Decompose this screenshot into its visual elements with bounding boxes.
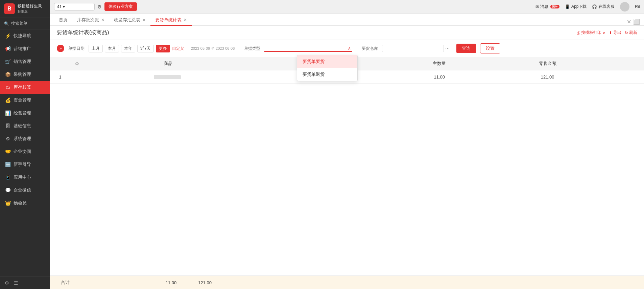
type-dropdown-menu: 要货单要货 要货单退货 [297, 55, 358, 81]
warehouse-more-icon[interactable]: ··· [445, 45, 450, 51]
minimize-button[interactable]: ✕ [627, 19, 631, 25]
sidebar-item-finance[interactable]: 💰资金管理 [0, 94, 50, 107]
table-container: ⚙ 商品 主计量单位 主数量 零售金额 1 块 11.00 121.00 [50, 57, 644, 275]
user-name: Rit [635, 4, 640, 9]
user-avatar[interactable] [620, 2, 629, 12]
th-gear[interactable]: ⚙ [70, 57, 84, 70]
tab-home-label: 首页 [59, 17, 68, 23]
app-label: App下载 [571, 4, 587, 9]
total-sale-amount: 121.00 [188, 280, 222, 285]
sidebar-item-inventory[interactable]: 🗂库存核算 [0, 81, 50, 94]
header-left: 41 ▾ ⚙ 体验行业方案 [54, 2, 533, 11]
sidebar-item-system[interactable]: ⚙系统管理 [0, 132, 50, 145]
sidebar-icon-sales: 🛒 [5, 59, 11, 65]
sidebar-icon-quick-nav: ⚡ [5, 33, 11, 39]
tab-order-summary-close[interactable]: ✕ [184, 18, 187, 22]
sidebar-icon-purchase: 📦 [5, 71, 11, 77]
search-menu-label: 搜索菜单 [11, 21, 27, 26]
refresh-button[interactable]: ↻ 刷新 [625, 30, 637, 36]
tab-receive-summary-close[interactable]: ✕ [142, 18, 146, 22]
print-arrow-icon: ∨ [602, 30, 605, 35]
date-this-month-btn[interactable]: 本月 [105, 45, 119, 52]
sidebar-label-marketing: 营销推广 [14, 46, 31, 52]
date-custom-btn[interactable]: 自定义 [172, 46, 184, 51]
collapse-icon[interactable]: ☰ [14, 280, 18, 286]
export-label: 导出 [613, 30, 621, 36]
type-select-arrow-icon[interactable]: ∧ [348, 46, 351, 51]
refresh-icon: ↻ [625, 30, 628, 35]
trial-button[interactable]: 体验行业方案 [104, 2, 137, 11]
sidebar-label-vip: 畅会员 [14, 200, 27, 206]
refresh-label: 刷新 [629, 30, 637, 36]
warehouse-input[interactable] [382, 45, 444, 52]
sidebar-item-app-center[interactable]: 📱应用中心 [0, 171, 50, 184]
tab-order-summary[interactable]: 要货单统计表 ✕ [150, 15, 192, 26]
sidebar-icon-vip: 👑 [5, 200, 11, 206]
dropdown-item-order-goods[interactable]: 要货单要货 [297, 55, 357, 68]
print-icon: 🖨 [576, 30, 580, 35]
sidebar-item-guide[interactable]: 🆕新手引导 [0, 158, 50, 171]
sidebar-item-cooperation[interactable]: 🤝企业协同 [0, 145, 50, 158]
tab-inventory-batch-label: 库存批次账 [77, 17, 99, 23]
search-menu-item[interactable]: 🔍 搜索菜单 [0, 18, 50, 29]
sidebar-icon-system: ⚙ [5, 136, 11, 142]
th-main-qty: 主数量 [390, 57, 488, 70]
messages-button[interactable]: ✉ 消息 99+ [535, 4, 559, 9]
sidebar-item-quick-nav[interactable]: ⚡快捷导航 [0, 29, 50, 42]
settings-icon[interactable]: ⚙ [5, 280, 9, 286]
tab-inventory-batch-close[interactable]: ✕ [101, 18, 104, 22]
company-selector[interactable]: 41 ▾ [54, 3, 95, 10]
expand-icon: » [59, 46, 62, 51]
expand-filter-button[interactable]: » [57, 45, 64, 52]
tab-inventory-batch[interactable]: 库存批次账 ✕ [72, 15, 109, 26]
sidebar-item-wechat[interactable]: 💬企业微信 [0, 184, 50, 197]
total-main-qty: 11.00 [154, 280, 188, 285]
sidebar-label-purchase: 采购管理 [14, 71, 31, 77]
header-right: ✉ 消息 99+ 📱 App下载 🎧 在线客服 Rit [535, 2, 640, 12]
sidebar-label-finance: 资金管理 [14, 97, 31, 103]
settings-button[interactable]: ⚙ [97, 4, 102, 9]
tab-order-summary-label: 要货单统计表 [155, 17, 182, 23]
date-range-display: 2023-05-06 至 2023-06-06 [191, 46, 235, 50]
sidebar-label-base-info: 基础信息 [14, 123, 31, 129]
service-label: 在线客服 [598, 4, 615, 9]
query-button[interactable]: 查询 [456, 44, 476, 53]
print-button[interactable]: 🖨 按模板打印 ∨ [576, 30, 605, 36]
phone-icon: 📱 [565, 4, 570, 9]
logo-sub: 标准版 [18, 9, 42, 14]
app-download-button[interactable]: 📱 App下载 [565, 4, 587, 9]
tab-receive-summary[interactable]: 收发存汇总表 ✕ [109, 15, 150, 26]
sidebar-item-purchase[interactable]: 📦采购管理 [0, 68, 50, 81]
export-button[interactable]: ⬆ 导出 [609, 30, 621, 36]
sidebar-label-sales: 销售管理 [14, 59, 31, 65]
online-service-button[interactable]: 🎧 在线客服 [592, 4, 615, 9]
sidebar-icon-guide: 🆕 [5, 161, 11, 168]
sidebar-item-sales[interactable]: 🛒销售管理 [0, 55, 50, 68]
sidebar-item-operations[interactable]: 📊经营管理 [0, 107, 50, 119]
cell-seq: 1 [50, 70, 70, 84]
sidebar: B 畅捷通好生意 标准版 🔍 搜索菜单 ⚡快捷导航📢营销推广🛒销售管理📦采购管理… [0, 0, 50, 289]
footer-total: 合计 11.00 121.00 [50, 275, 644, 289]
sidebar-item-base-info[interactable]: 🗄基础信息 [0, 119, 50, 132]
total-label: 合计 [54, 280, 120, 286]
date-last-month-btn[interactable]: 上月 [89, 45, 103, 52]
content-area: 要货单统计表(按商品) 🖨 按模板打印 ∨ ⬆ 导出 ↻ 刷新 [50, 26, 644, 289]
date-more-btn[interactable]: 更多 [156, 45, 170, 52]
type-select-wrapper: ∧ [264, 45, 352, 52]
sidebar-item-vip[interactable]: 👑畅会员 [0, 197, 50, 209]
sidebar-label-cooperation: 企业协同 [14, 149, 31, 155]
filter-bar: » 单据日期 上月 本月 本年 近7天 更多 自定义 2023-05-06 至 … [50, 40, 644, 57]
th-seq [50, 57, 70, 70]
date-this-year-btn[interactable]: 本年 [121, 45, 135, 52]
date-last-7days-btn[interactable]: 近7天 [137, 45, 154, 52]
set-button[interactable]: 设置 [480, 43, 500, 53]
th-sale-amount: 零售金额 [488, 57, 607, 70]
date-shortcuts: 上月 本月 本年 近7天 更多 自定义 [89, 45, 184, 52]
type-select-input[interactable] [264, 45, 352, 52]
sidebar-label-quick-nav: 快捷导航 [14, 33, 31, 39]
dropdown-item-order-return[interactable]: 要货单退货 [297, 68, 357, 81]
sidebar-item-marketing[interactable]: 📢营销推广 [0, 42, 50, 55]
tab-home[interactable]: 首页 [54, 15, 72, 26]
maximize-button[interactable]: ⬜ [633, 19, 640, 25]
sidebar-label-app-center: 应用中心 [14, 174, 31, 180]
